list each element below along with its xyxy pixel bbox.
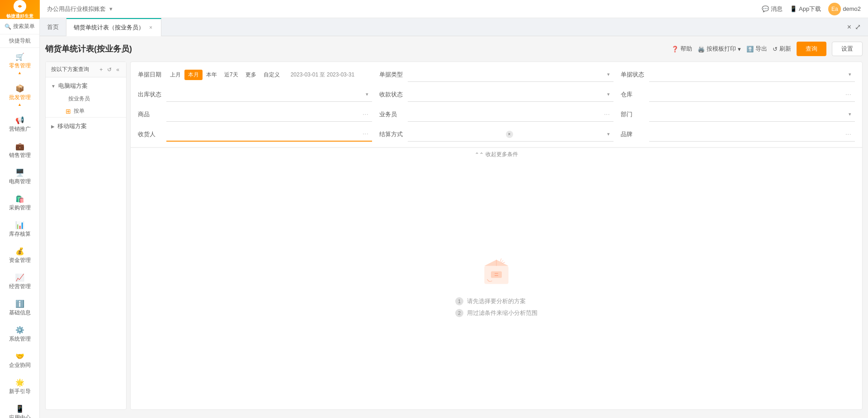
salesman-more-icon[interactable]: ··· [604, 110, 610, 119]
mobile-scheme-item[interactable]: ▶ 移动端方案 [46, 119, 126, 133]
refresh-btn[interactable]: ↺ 刷新 [773, 45, 791, 53]
app-download-btn[interactable]: 📱 App下载 [790, 5, 821, 13]
brand-more-icon[interactable]: ··· [845, 130, 851, 138]
sidebar-item-enterprise[interactable]: 🤝 企业协同 [0, 347, 39, 374]
collapse-button[interactable]: ⌃⌃ 收起更多条件 [475, 151, 518, 158]
brand-control[interactable]: ··· [649, 127, 855, 142]
app-download-label: App下载 [799, 5, 821, 13]
filter-row-2: 出库状态 ▾ 收款状态 ▾ [138, 87, 855, 102]
sidebar-item-inventory[interactable]: 📊 库存核算 [0, 216, 39, 242]
goods-control[interactable]: ··· [166, 107, 372, 122]
desktop-arrow: ▼ [51, 84, 56, 89]
app-download-icon: 📱 [790, 5, 797, 12]
date-tab-last-month[interactable]: 上月 [166, 70, 184, 80]
mobile-label: 移动端方案 [57, 122, 87, 130]
salesman-label: 业务员 [379, 110, 404, 119]
sidebar-item-finance[interactable]: 💰 资金管理 [0, 242, 39, 269]
desktop-scheme-item[interactable]: ▼ 电脑端方案 [46, 79, 126, 93]
mobile-scheme-section: ▶ 移动端方案 [46, 117, 126, 135]
help-label: 帮助 [680, 45, 692, 53]
salesman-control[interactable]: ··· [408, 107, 613, 122]
settings-button[interactable]: 设置 [832, 42, 863, 56]
quick-nav-label: 快捷导航 [9, 37, 31, 45]
settlement-clear-btn[interactable]: × [506, 131, 513, 138]
scheme-by-order[interactable]: ⊞ 按单 [46, 105, 126, 117]
sidebar-item-basic-info[interactable]: ℹ️ 基础信息 [0, 295, 39, 321]
page-actions: ❓ 帮助 🖨️ 按模板打印 ▾ ⬆️ 导出 ↺ 刷新 查询 设置 [671, 42, 863, 56]
app-dropdown-icon[interactable]: ▾ [109, 5, 113, 12]
scheme-add-btn[interactable]: + [98, 66, 104, 73]
quick-nav-item[interactable]: 快捷导航 [0, 34, 39, 48]
tab-expand-icon[interactable]: ⤢ [855, 23, 861, 31]
goods-label: 商品 [138, 110, 163, 119]
help-icon: ❓ [671, 46, 679, 52]
collection-status-field: 收款状态 ▾ [379, 87, 613, 102]
sidebar-item-operations[interactable]: 📈 经营管理 [0, 269, 39, 295]
operations-icon: 📈 [15, 273, 24, 282]
department-control[interactable]: ▾ [649, 107, 855, 122]
tab-close-btn[interactable]: × [148, 24, 154, 31]
sidebar-item-purchase[interactable]: 🛍️ 采购管理 [0, 190, 39, 216]
exit-status-control[interactable]: ▾ [166, 87, 372, 102]
exit-status-field: 出库状态 ▾ [138, 87, 372, 102]
tip-2-num: 2 [455, 309, 463, 317]
tab-home[interactable]: 首页 [40, 18, 66, 36]
newbie-icon: 🌟 [15, 378, 24, 387]
goods-field: 商品 ··· [138, 107, 372, 122]
wholesale-icon: 📦 [15, 84, 24, 93]
settlement-field: 结算方式 × ▾ [379, 127, 613, 142]
doc-type-arrow: ▾ [607, 71, 610, 77]
date-tab-more[interactable]: 更多 [242, 70, 260, 80]
date-tab-7days[interactable]: 近7天 [221, 70, 242, 80]
doc-type-control[interactable]: ▾ [408, 67, 613, 82]
sidebar-item-marketing[interactable]: 📢 营销推广 [0, 111, 39, 138]
messages-btn[interactable]: 💬 消息 [762, 5, 783, 13]
template-print-btn[interactable]: 🖨️ 按模板打印 ▾ [698, 45, 741, 53]
warehouse-field: 仓库 ··· [621, 87, 855, 102]
user-menu[interactable]: Ea demo2 [828, 3, 861, 15]
messages-icon: 💬 [762, 5, 769, 12]
finance-icon: 💰 [15, 247, 24, 256]
template-print-label: 按模板打印 [707, 45, 736, 53]
recipient-control[interactable]: ··· [166, 127, 372, 142]
sidebar-item-sales[interactable]: 💼 销售管理 [0, 138, 39, 164]
doc-status-control[interactable]: ▾ [649, 67, 855, 82]
goods-more-icon[interactable]: ··· [363, 110, 368, 119]
query-button[interactable]: 查询 [797, 42, 826, 56]
scheme-by-salesman[interactable]: 按业务员 [46, 93, 126, 105]
date-tab-custom[interactable]: 自定义 [260, 70, 283, 80]
tab-home-label: 首页 [47, 23, 59, 31]
date-label: 单据日期 [138, 71, 163, 79]
tab-sales-stat-label: 销货单统计表（按业务员） [74, 24, 144, 32]
department-label: 部门 [621, 110, 646, 119]
search-menu-item[interactable]: 🔍 搜索菜单 [0, 19, 39, 34]
marketing-label: 营销推广 [9, 125, 31, 133]
tip-1-text: 请先选择要分析的方案 [467, 297, 526, 305]
sidebar-item-system[interactable]: ⚙️ 系统管理 [0, 321, 39, 347]
help-btn[interactable]: ❓ 帮助 [671, 45, 692, 53]
scheme-collapse-btn[interactable]: « [115, 66, 121, 73]
sidebar-item-wholesale[interactable]: 📦 批发管理 ▲ [0, 80, 39, 111]
date-tab-this-month[interactable]: 本月 [184, 70, 203, 80]
sidebar-item-app-center[interactable]: 📱 应用中心 [0, 400, 39, 418]
settlement-control[interactable]: × ▾ [408, 127, 613, 142]
collection-status-control[interactable]: ▾ [408, 87, 613, 102]
warehouse-control[interactable]: ··· [649, 87, 855, 102]
date-tab-this-year[interactable]: 本年 [203, 70, 221, 80]
collection-status-arrow: ▾ [607, 91, 610, 97]
tab-close-all-icon[interactable]: × [847, 23, 851, 31]
sidebar-item-newbie[interactable]: 🌟 新手引导 [0, 374, 39, 400]
export-btn[interactable]: ⬆️ 导出 [746, 45, 767, 53]
exit-status-arrow: ▾ [366, 91, 368, 97]
sidebar-item-ecommerce[interactable]: 🖥️ 电商管理 [0, 164, 39, 190]
sidebar-item-retail[interactable]: 🛒 零售管理 ▲ [0, 48, 39, 80]
warehouse-more-icon[interactable]: ··· [845, 90, 851, 99]
export-label: 导出 [755, 45, 767, 53]
scheme-refresh-btn[interactable]: ↺ [106, 66, 113, 73]
app-logo[interactable]: 畅捷通好生意 [0, 0, 40, 19]
tab-sales-stat[interactable]: 销货单统计表（按业务员） × [66, 18, 161, 36]
app-center-icon: 📱 [15, 404, 24, 413]
recipient-more-icon[interactable]: ··· [363, 130, 368, 138]
page-header: 销货单统计表(按业务员) ❓ 帮助 🖨️ 按模板打印 ▾ ⬆️ 导出 ↺ 刷新 [45, 42, 863, 56]
user-avatar: Ea [828, 3, 841, 15]
